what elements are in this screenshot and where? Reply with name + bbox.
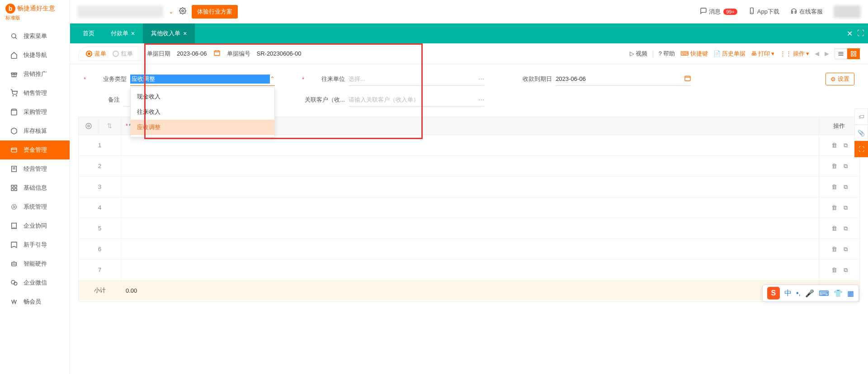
ime-keyboard-icon[interactable]: ⌨ [819,289,829,298]
calendar-icon[interactable] [684,75,691,83]
brand-logo-icon: b [5,4,15,14]
tab-home[interactable]: 首页 [75,23,103,43]
table-row[interactable]: 3 [79,177,819,197]
biz-type-select[interactable]: 应收调整 ⌃ 现金收入 往来收入 应收调整 [130,72,275,86]
delete-row-icon[interactable]: 🗑 [831,163,837,169]
ime-lang-button[interactable]: 中 [784,289,792,298]
sidebar-item-purchase[interactable]: 采购管理 [0,103,70,122]
sort-icon[interactable]: ⇅ [99,117,121,135]
sidebar-item-funds[interactable]: 资金管理 [0,140,70,159]
copy-row-icon[interactable]: ⧉ [844,204,848,211]
table-row[interactable]: 1 [79,135,819,156]
svg-rect-29 [750,8,754,14]
operate-link[interactable]: ⋮⋮操作▾ [780,50,809,58]
bookmark-tool[interactable]: 🏷 [854,108,868,125]
due-date-input[interactable]: 2023-06-06 [556,72,691,86]
copy-row-icon[interactable]: ⧉ [844,183,848,191]
app-download-link[interactable]: App下载 [745,7,782,16]
sidebar-menu: 搜索菜单 快捷导航 营销推广 销售管理 采购管理 库存核算 资金管理 经营管理 … [0,25,70,311]
sidebar-item-wechat[interactable]: 企业微信 [0,273,70,292]
online-service-link[interactable]: 在线客服 [788,7,826,16]
gear-icon: ⚙ [830,76,836,83]
sidebar-item-label: 库存核算 [24,127,47,135]
delete-row-icon[interactable]: 🗑 [831,225,837,232]
ime-apps-icon[interactable]: ▦ [847,289,854,298]
dropdown-option-cash[interactable]: 现金收入 [131,89,274,104]
messages-badge: 99+ [723,9,737,15]
delete-row-icon[interactable]: 🗑 [831,246,837,252]
copy-row-icon[interactable]: ⧉ [844,246,848,253]
column-config-button[interactable] [79,117,99,135]
experience-button[interactable]: 体验行业方案 [192,5,238,19]
calendar-icon[interactable] [213,49,221,58]
dropdown-option-receivable[interactable]: 往来收入 [131,104,274,120]
copy-row-icon[interactable]: ⧉ [844,225,848,232]
unit-select[interactable]: 选择... ⋯ [349,72,484,86]
view-list-button[interactable] [835,48,847,59]
gear-icon[interactable] [179,7,186,16]
more-icon[interactable]: ⋯ [478,75,484,82]
svg-rect-19 [12,223,17,229]
copy-row-icon[interactable]: ⧉ [844,142,848,149]
shortcut-link[interactable]: ⌨快捷键 [680,50,708,58]
delete-row-icon[interactable]: 🗑 [831,183,837,190]
delete-row-icon[interactable]: 🗑 [831,142,837,149]
chevron-down-icon[interactable]: ⌄ [169,8,174,15]
sidebar-item-guide[interactable]: 新手引导 [0,235,70,254]
sidebar-item-inventory[interactable]: 库存核算 [0,122,70,140]
link-customer-input[interactable]: 请输入关联客户（收入单） ⋯ [349,93,484,107]
sidebar-item-operation[interactable]: 经营管理 [0,159,70,178]
sidebar-item-hardware[interactable]: 智能硬件 [0,254,70,273]
copy-row-icon[interactable]: ⧉ [844,266,848,274]
copy-row-icon[interactable]: ⧉ [844,163,848,170]
view-card-button[interactable] [847,48,860,59]
dropdown-option-adjust[interactable]: 应收调整 [131,120,274,135]
expand-icon[interactable]: ⛶ [857,29,864,37]
sidebar-item-baseinfo[interactable]: 基础信息 [0,178,70,197]
fullscreen-tool[interactable]: ⛶ [854,141,868,157]
ime-toolbar[interactable]: S 中 •, 🎤 ⌨ 👕 ▦ [762,285,859,302]
sidebar-item-vip[interactable]: 畅会员 [0,292,70,311]
tab-payment[interactable]: 付款单× [103,23,143,43]
close-all-icon[interactable]: ✕ [847,29,853,38]
tab-strip: 首页 付款单× 其他收入单× ✕ ⛶ [70,23,868,43]
attachment-tool[interactable]: 📎 [854,125,868,141]
table-row[interactable]: 6 [79,239,819,260]
prev-bill-button[interactable]: ◀ [815,50,819,57]
radio-blue-bill[interactable]: 蓝单 [86,50,106,58]
sidebar-item-marketing[interactable]: 营销推广 [0,65,70,84]
settings-button[interactable]: ⚙设置 [826,73,854,85]
sidebar-item-search[interactable]: 搜索菜单 [0,27,70,46]
table-row[interactable]: 5 [79,218,819,239]
svg-point-23 [13,264,13,264]
ime-mic-icon[interactable]: 🎤 [805,289,814,298]
bill-date-value[interactable]: 2023-06-06 [177,50,207,57]
org-selector[interactable] [77,5,163,18]
sidebar-item-label: 畅会员 [24,298,41,306]
ime-skin-icon[interactable]: 👕 [834,289,843,298]
history-link[interactable]: 📄历史单据 [713,50,745,58]
close-icon[interactable]: × [131,30,135,37]
tab-label: 其他收入单 [151,29,180,37]
sidebar-item-system[interactable]: 系统管理 [0,197,70,216]
messages-link[interactable]: 消息 99+ [697,7,740,16]
gear-dashed-icon [10,203,18,211]
table-row[interactable]: 4 [79,197,819,218]
next-bill-button[interactable]: ▶ [825,50,829,57]
user-avatar[interactable] [834,5,861,18]
sidebar-item-sales[interactable]: 销售管理 [0,84,70,103]
radio-red-bill[interactable]: 红单 [113,50,133,58]
tab-other-income[interactable]: 其他收入单× [143,23,195,43]
sidebar-item-collab[interactable]: 企业协同 [0,216,70,235]
delete-row-icon[interactable]: 🗑 [831,266,837,273]
help-link[interactable]: ?帮助 [659,50,675,58]
print-link[interactable]: 🖶打印▾ [751,50,774,58]
more-icon[interactable]: ⋯ [478,96,484,103]
sidebar-item-quicknav[interactable]: 快捷导航 [0,46,70,65]
video-link[interactable]: ▷视频 [630,50,647,58]
delete-row-icon[interactable]: 🗑 [831,204,837,211]
close-icon[interactable]: × [183,30,187,37]
table-row[interactable]: 7 [79,260,819,280]
ime-punct-button[interactable]: •, [796,289,801,297]
table-row[interactable]: 2 [79,156,819,177]
